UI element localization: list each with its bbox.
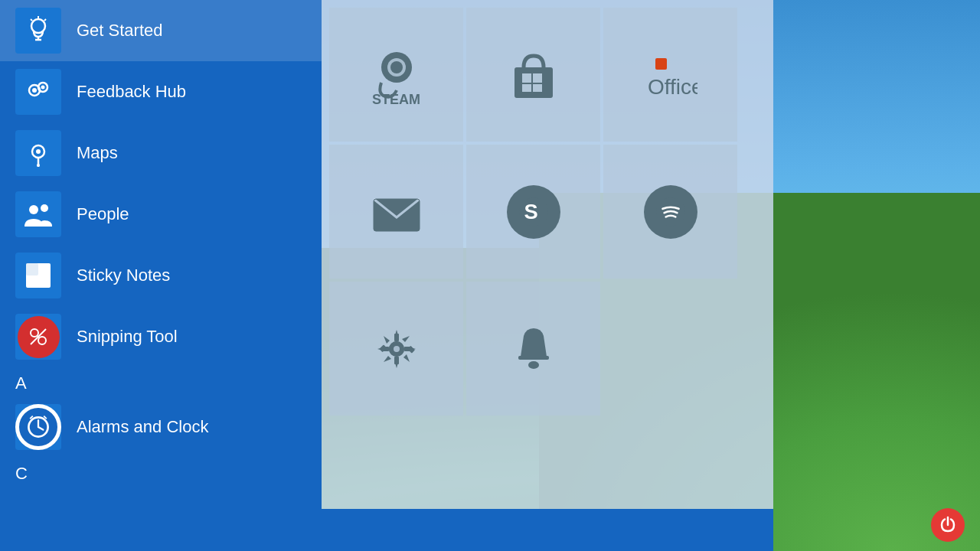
taskbar <box>0 509 773 551</box>
svg-text:Office: Office <box>648 75 697 98</box>
app-item-maps[interactable]: Maps <box>0 122 322 184</box>
svg-text:STEAM: STEAM <box>372 92 420 106</box>
svg-point-11 <box>36 149 41 154</box>
people-icon <box>15 191 61 237</box>
app-item-snipping-tool[interactable]: Snipping Tool <box>0 306 322 367</box>
app-list: Get Started Feedback Hub <box>0 0 322 551</box>
snipping-tool-label: Snipping Tool <box>77 327 178 347</box>
tiles-row-1: STEAM <box>329 8 766 142</box>
sticky-notes-icon <box>15 253 61 298</box>
svg-point-13 <box>37 164 40 167</box>
svg-line-4 <box>44 19 46 21</box>
tiles-panel: STEAM <box>322 0 773 551</box>
get-started-icon <box>15 8 61 54</box>
start-menu: Get Started Feedback Hub <box>0 0 773 551</box>
svg-point-45 <box>394 346 400 352</box>
tile-skype[interactable]: S <box>466 145 600 279</box>
power-button[interactable] <box>931 508 965 542</box>
svg-rect-34 <box>533 84 542 92</box>
office-tile-content: Office <box>644 52 697 98</box>
svg-line-5 <box>31 19 32 21</box>
app-item-alarms-clock[interactable]: Alarms and Clock <box>0 396 322 458</box>
tile-office[interactable]: Office <box>603 8 737 142</box>
settings-icon <box>370 322 423 376</box>
svg-point-9 <box>41 86 45 90</box>
section-letter-c: C <box>0 458 322 487</box>
svg-text:S: S <box>524 200 537 223</box>
section-letter-a: A <box>0 367 322 396</box>
spotify-icon <box>644 185 697 239</box>
svg-line-24 <box>38 427 43 430</box>
bell-icon <box>507 322 560 376</box>
feedback-hub-icon <box>15 69 61 115</box>
app-item-get-started[interactable]: Get Started <box>0 0 322 61</box>
svg-rect-31 <box>522 73 531 83</box>
svg-rect-47 <box>394 357 399 364</box>
app-item-people[interactable]: People <box>0 184 322 245</box>
mail-icon <box>370 185 423 239</box>
svg-rect-36 <box>655 58 667 70</box>
tile-store[interactable] <box>466 8 600 142</box>
svg-point-19 <box>38 337 46 344</box>
sticky-notes-label: Sticky Notes <box>77 266 170 285</box>
svg-rect-17 <box>26 263 38 276</box>
alarms-clock-icon <box>15 404 61 450</box>
tile-steam[interactable]: STEAM <box>329 8 463 142</box>
tile-spotify[interactable] <box>603 145 737 279</box>
svg-point-8 <box>32 88 37 93</box>
svg-rect-46 <box>394 334 399 341</box>
svg-rect-52 <box>518 356 549 360</box>
svg-point-18 <box>31 329 38 337</box>
svg-point-15 <box>41 204 48 212</box>
tiles-row-3 <box>329 282 766 416</box>
store-icon <box>507 48 560 102</box>
svg-point-53 <box>528 361 539 369</box>
tile-settings[interactable] <box>329 282 463 416</box>
people-label: People <box>77 204 129 224</box>
app-item-sticky-notes[interactable]: Sticky Notes <box>0 245 322 306</box>
alarms-clock-label: Alarms and Clock <box>77 417 208 437</box>
tile-mail[interactable] <box>329 145 463 279</box>
maps-label: Maps <box>77 143 118 163</box>
svg-rect-33 <box>522 84 531 92</box>
snipping-tool-icon <box>15 314 61 360</box>
skype-icon: S <box>507 185 560 239</box>
tile-notifications[interactable] <box>466 282 600 416</box>
app-item-feedback-hub[interactable]: Feedback Hub <box>0 61 322 122</box>
svg-point-14 <box>29 205 38 214</box>
steam-icon: STEAM <box>366 44 427 106</box>
get-started-label: Get Started <box>77 21 163 41</box>
feedback-hub-label: Feedback Hub <box>77 82 186 102</box>
tiles-row-2: S <box>329 145 766 279</box>
maps-icon <box>15 130 61 176</box>
svg-rect-32 <box>533 73 542 83</box>
